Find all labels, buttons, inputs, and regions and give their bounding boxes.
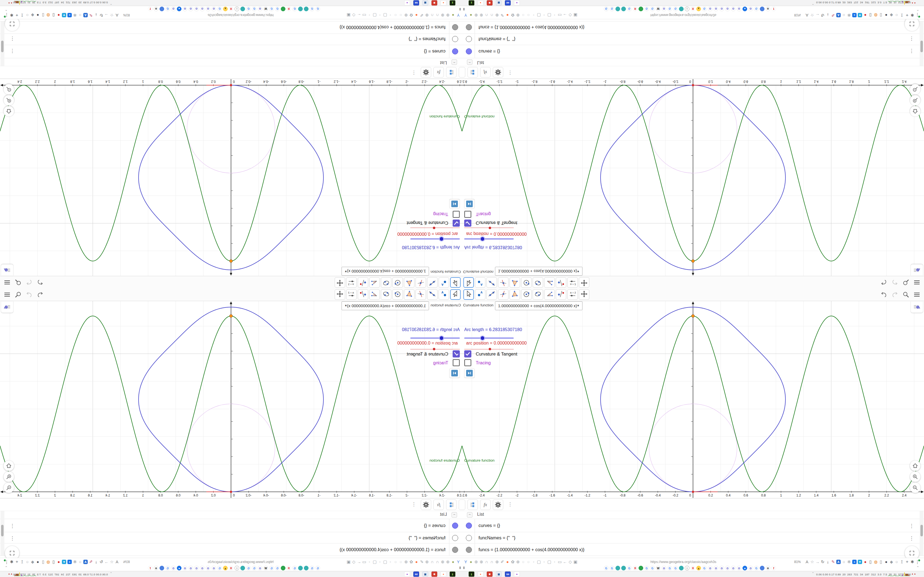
terminal-app[interactable]: ▮ (450, 572, 456, 577)
square-icon[interactable]: ▢ (536, 11, 541, 19)
slider-tool-button[interactable]: a = 2 (346, 277, 357, 288)
geogebra-tab[interactable]: ✿ (714, 6, 718, 11)
visibility-marble-blue[interactable] (452, 522, 458, 529)
google-tab[interactable]: G (604, 566, 609, 571)
circle-icon[interactable]: ○ (526, 11, 531, 19)
gauge-icon[interactable]: ∩ (484, 11, 489, 19)
polygon-tool-button[interactable] (510, 277, 520, 288)
move-tool-button[interactable] (450, 289, 460, 300)
colored-globe-icon[interactable]: ◍ (873, 11, 878, 19)
display-app[interactable]: ▣ (422, 572, 428, 577)
google-tab[interactable]: G (645, 6, 649, 11)
redo-icon[interactable] (889, 289, 900, 300)
display-app[interactable]: ▣ (422, 0, 428, 5)
photo-tab[interactable]: ▲ (223, 6, 228, 11)
perpendicular-line-tool-button[interactable] (498, 277, 509, 288)
firefox-app[interactable]: ● (478, 572, 483, 577)
tab-overflow-chevron-icon[interactable]: ⌃ (5, 7, 8, 11)
shield-download-icon[interactable]: ▼ (858, 13, 862, 17)
info-tab[interactable]: i (234, 566, 239, 571)
function-input-button[interactable]: fx (480, 67, 491, 77)
arc-length-slider-handle[interactable] (439, 335, 444, 341)
curvature-tangent-checkbox[interactable] (453, 350, 460, 358)
reload-icon[interactable]: ↻ (99, 558, 104, 566)
google-tab[interactable]: G (310, 566, 314, 571)
google-tab[interactable]: G (217, 566, 222, 571)
back-arrow-icon[interactable]: ← (562, 11, 568, 19)
tab-overflow-chevron-icon[interactable]: ⌃ (916, 7, 919, 11)
tab-overflow-chevron-icon[interactable]: ⌃ (5, 566, 8, 570)
header-kebab-icon[interactable]: ⋮ (508, 502, 513, 507)
share-icon[interactable]: ↥ (19, 11, 25, 19)
zoom-out-button[interactable] (910, 482, 921, 493)
download-icon[interactable]: ↓ (94, 558, 99, 566)
tracing-checkbox[interactable] (464, 211, 471, 218)
wikipedia-tab[interactable]: W (263, 566, 268, 571)
collapse-icon[interactable]: − (452, 60, 457, 65)
settings-app[interactable]: ✱ (487, 0, 493, 5)
gauge-icon[interactable]: ∩ (435, 11, 440, 19)
teal-tab[interactable] (679, 566, 684, 571)
circle-icon[interactable]: ○ (393, 558, 398, 566)
pencil-icon[interactable]: ✐ (419, 558, 424, 566)
colored-globe-icon[interactable]: ◍ (46, 11, 51, 19)
line-tool-button[interactable] (427, 289, 438, 300)
line-tool-button[interactable] (486, 289, 497, 300)
teal-tab[interactable] (615, 566, 620, 571)
yandex-tab[interactable]: Я (691, 566, 695, 571)
collapse-icon[interactable]: − (467, 512, 472, 517)
geogebra-tab[interactable]: ✿ (183, 6, 187, 11)
arc-length-slider-handle[interactable] (480, 335, 485, 341)
arc-position-slider-handle[interactable] (489, 227, 491, 229)
row-kebab-icon[interactable]: ⋮ (909, 523, 914, 529)
photo-tab[interactable]: ▲ (696, 566, 701, 571)
chevron-down-icon[interactable]: ▼ (344, 304, 347, 307)
geogebra-tab[interactable]: ✿ (194, 566, 199, 571)
firefox-icon[interactable]: ● (414, 558, 419, 566)
angle-tool-button[interactable]: α (369, 289, 380, 300)
row-kebab-icon[interactable]: ⋮ (10, 523, 15, 529)
algebra-row[interactable]: funcs = {1.000000000000 + cos(4.00000000… (462, 21, 924, 34)
arc-length-slider[interactable] (410, 336, 460, 340)
privacy-app[interactable]: ● (404, 572, 410, 577)
display-app[interactable]: ▣ (496, 0, 502, 5)
download-icon[interactable]: ↓ (94, 11, 99, 19)
settings-button[interactable] (493, 500, 503, 510)
url-bar[interactable]: https://www.geogebra.org/classic/aagcxh3… (605, 13, 762, 17)
ellipse-tool-button[interactable] (533, 277, 543, 288)
google-tab[interactable]: G (315, 566, 320, 571)
olive-circle-icon[interactable]: ● (468, 11, 473, 19)
chat-tab[interactable]: ● (177, 566, 181, 571)
font-tab[interactable]: f (771, 6, 776, 11)
extension-flower-icon[interactable]: ✻ (846, 558, 852, 566)
teal-tab[interactable] (240, 566, 245, 571)
terminal-app[interactable]: ▮ (450, 0, 456, 5)
arc-length-slider-handle[interactable] (480, 236, 485, 242)
circle-tool-button[interactable] (521, 277, 531, 288)
settings-gear-icon[interactable]: ✱ (910, 11, 915, 19)
globe-icon[interactable]: ⊕ (494, 558, 500, 566)
record-icon[interactable]: ● (863, 11, 868, 19)
algebra-row[interactable]: funcs = {1.000000000000 + cos(4.00000000… (462, 543, 924, 556)
redo-icon[interactable] (24, 277, 35, 288)
row-kebab-icon[interactable]: ⋮ (909, 48, 914, 54)
privacy-app[interactable]: ● (514, 0, 520, 5)
move-tool-button[interactable] (464, 289, 474, 300)
photo-tab[interactable]: ▲ (696, 6, 701, 11)
lock-icon[interactable]: ▣ (573, 11, 578, 19)
gear-tab[interactable]: ✱ (766, 566, 770, 571)
arc-length-slider-track[interactable] (410, 337, 460, 339)
settings-button[interactable] (493, 67, 503, 77)
row-kebab-icon[interactable]: ⋮ (10, 36, 15, 42)
polygon-tool-button[interactable] (510, 289, 520, 300)
info-tab[interactable]: i (234, 6, 239, 11)
arc-position-slider-handle[interactable] (433, 227, 435, 229)
circle-icon[interactable]: ○ (526, 558, 531, 566)
slider-tool-button[interactable]: a = 2 (567, 289, 578, 300)
shield-download-icon[interactable]: ▼ (858, 560, 862, 564)
globe-icon[interactable]: ⊕ (494, 11, 500, 19)
point-tool-button[interactable]: A (439, 289, 449, 300)
geogebra-tab[interactable]: ✿ (206, 566, 210, 571)
reflect-tool-button[interactable] (358, 277, 368, 288)
globe-icon[interactable]: ⊕ (440, 11, 445, 19)
